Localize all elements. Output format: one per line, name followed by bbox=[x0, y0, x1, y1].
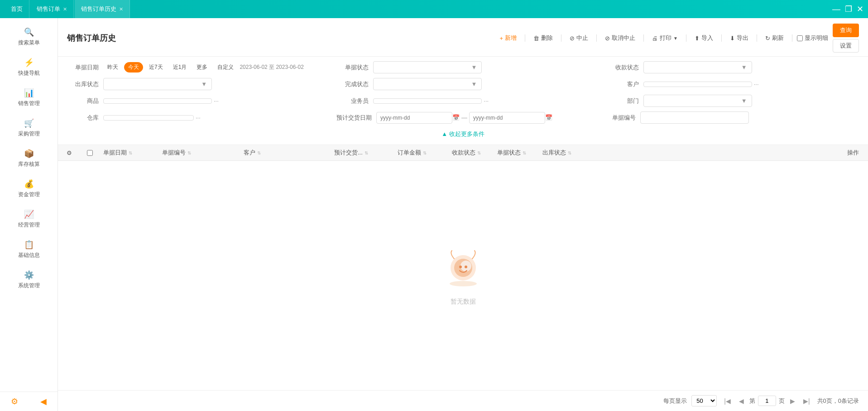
out-status-select[interactable]: ▼ bbox=[103, 78, 212, 90]
product-ellipsis-icon[interactable]: ··· bbox=[212, 97, 221, 104]
select-all-checkbox[interactable] bbox=[87, 150, 93, 156]
th-receipt-status[interactable]: 收款状态 ⇅ bbox=[447, 149, 493, 157]
tab-home[interactable]: 首页 bbox=[5, 0, 29, 18]
prev-page-button[interactable]: ◀ bbox=[736, 396, 747, 406]
filter-date-group: 单据日期 昨天 今天 近7天 近1月 更多 自定义 2023-06-02 至 2… bbox=[67, 62, 319, 73]
salesperson-ellipsis-icon[interactable]: ··· bbox=[482, 97, 490, 104]
per-page-select[interactable]: 50 100 200 bbox=[691, 395, 717, 406]
close-window-icon[interactable]: ✕ bbox=[857, 4, 863, 14]
th-out-status[interactable]: 出库状态 ⇅ bbox=[538, 149, 592, 157]
sidebar-item-purchase-mgmt[interactable]: 🛒 采购管理 bbox=[0, 114, 58, 142]
th-amount-sort-icon[interactable]: ⇅ bbox=[423, 150, 427, 155]
date-chip-7days[interactable]: 近7天 bbox=[145, 62, 167, 73]
date-range-text: 2023-06-02 至 2023-06-02 bbox=[240, 63, 303, 71]
sidebar-settings-icon[interactable]: ⚙ bbox=[11, 396, 18, 406]
warehouse-ellipsis-icon[interactable]: ··· bbox=[194, 114, 202, 121]
sidebar-item-basic-info[interactable]: 📋 基础信息 bbox=[0, 235, 58, 264]
collapse-bar[interactable]: ▲ 收起更多条件 bbox=[67, 128, 859, 140]
th-receipt-sort-icon[interactable]: ⇅ bbox=[477, 150, 481, 155]
cancel-stop-button[interactable]: ⊘ 取消中止 bbox=[601, 32, 639, 44]
stop-button[interactable]: ⊘ 中止 bbox=[566, 32, 592, 44]
warehouse-label: 仓库 bbox=[67, 114, 103, 122]
delivery-date-to-input[interactable] bbox=[469, 112, 545, 124]
divider4 bbox=[643, 34, 644, 42]
sidebar-item-biz-mgmt[interactable]: 📈 经营管理 bbox=[0, 205, 58, 233]
th-date-sort-icon[interactable]: ⇅ bbox=[129, 150, 132, 155]
page-number-input[interactable]: 1 bbox=[758, 396, 776, 406]
delivery-date-from-calendar-icon[interactable]: 📅 bbox=[452, 114, 460, 121]
tab-sales-order[interactable]: 销售订单 ✕ bbox=[30, 0, 74, 18]
page-suffix: 页 bbox=[779, 397, 785, 405]
receipt-status-select[interactable]: ▼ bbox=[643, 61, 752, 73]
th-checkbox[interactable] bbox=[81, 150, 99, 156]
delete-button[interactable]: 🗑 删除 bbox=[530, 32, 556, 44]
tab-sales-order-history-close[interactable]: ✕ bbox=[119, 6, 123, 12]
th-customer-sort-icon[interactable]: ⇅ bbox=[257, 150, 261, 155]
th-customer[interactable]: 客户 ⇅ bbox=[239, 149, 330, 157]
date-chip-custom[interactable]: 自定义 bbox=[213, 62, 238, 73]
sidebar-item-quick-nav-label: 快捷导航 bbox=[18, 69, 40, 77]
tab-sales-order-close[interactable]: ✕ bbox=[63, 6, 67, 12]
warehouse-input[interactable] bbox=[103, 115, 194, 121]
sidebar-item-sales-mgmt[interactable]: 📊 销售管理 bbox=[0, 83, 58, 112]
th-settings[interactable]: ⚙ bbox=[58, 150, 81, 156]
th-delivery[interactable]: 预计交货... ⇅ bbox=[330, 149, 393, 157]
th-order-status-sort-icon[interactable]: ⇅ bbox=[523, 150, 526, 155]
th-ordernum-sort-icon[interactable]: ⇅ bbox=[187, 150, 191, 155]
product-input[interactable] bbox=[103, 98, 212, 104]
display-detail-checkbox[interactable] bbox=[797, 35, 803, 41]
delivery-date-from-input[interactable] bbox=[376, 112, 452, 124]
total-info: 共0页，0条记录 bbox=[817, 397, 859, 405]
sidebar-item-quick-nav[interactable]: ⚡ 快捷导航 bbox=[0, 53, 58, 82]
sidebar-item-sys-mgmt[interactable]: ⚙️ 系统管理 bbox=[0, 266, 58, 294]
restore-icon[interactable]: ❐ bbox=[845, 4, 852, 14]
order-status-select[interactable]: ▼ bbox=[373, 61, 482, 73]
delivery-date-to-calendar-icon[interactable]: 📅 bbox=[545, 114, 552, 121]
sidebar-item-search-menu[interactable]: 🔍 搜索菜单 bbox=[0, 23, 58, 51]
page-label: 第 bbox=[749, 397, 755, 405]
th-amount-label: 订单金额 bbox=[398, 149, 421, 157]
sidebar: 🔍 搜索菜单 ⚡ 快捷导航 📊 销售管理 🛒 采购管理 📦 库存核算 💰 资金管… bbox=[0, 18, 58, 411]
th-ordernum[interactable]: 单据编号 ⇅ bbox=[158, 149, 239, 157]
salesperson-input[interactable] bbox=[373, 98, 482, 104]
print-button[interactable]: 🖨 打印 ▼ bbox=[648, 32, 681, 44]
th-out-status-sort-icon[interactable]: ⇅ bbox=[568, 150, 571, 155]
date-chip-yesterday[interactable]: 昨天 bbox=[103, 62, 122, 73]
last-page-button[interactable]: ▶| bbox=[801, 396, 813, 406]
basic-info-icon: 📋 bbox=[24, 240, 34, 250]
th-delivery-sort-icon[interactable]: ⇅ bbox=[364, 150, 368, 155]
sidebar-item-inventory-check[interactable]: 📦 库存核算 bbox=[0, 144, 58, 173]
th-amount[interactable]: 订单金额 ⇅ bbox=[393, 149, 447, 157]
order-num-label: 单据编号 bbox=[604, 114, 640, 122]
order-num-input[interactable] bbox=[640, 111, 749, 124]
sidebar-item-fund-mgmt[interactable]: 💰 资金管理 bbox=[0, 174, 58, 203]
date-chip-today[interactable]: 今天 bbox=[124, 62, 143, 73]
refresh-button[interactable]: ↻ 刷新 bbox=[762, 32, 787, 44]
th-action-label: 操作 bbox=[847, 149, 859, 157]
import-button[interactable]: ⬆ 导入 bbox=[691, 32, 717, 44]
new-button[interactable]: + 新增 bbox=[496, 32, 521, 44]
date-chip-1month[interactable]: 近1月 bbox=[169, 62, 191, 73]
settings-button[interactable]: 设置 bbox=[833, 39, 859, 53]
order-status-label: 单据状态 bbox=[337, 63, 373, 72]
next-page-button[interactable]: ▶ bbox=[787, 396, 798, 406]
date-chip-more[interactable]: 更多 bbox=[192, 62, 211, 73]
filter-order-num-group: 单据编号 bbox=[586, 111, 859, 124]
cancel-stop-label: 取消中止 bbox=[612, 34, 635, 42]
dept-select[interactable]: ▼ bbox=[643, 95, 752, 107]
first-page-button[interactable]: |◀ bbox=[721, 396, 734, 406]
query-button[interactable]: 查询 bbox=[833, 24, 859, 37]
settings-gear-icon[interactable]: ⚙ bbox=[67, 150, 72, 156]
minimize-icon[interactable]: — bbox=[832, 5, 840, 14]
th-order-status[interactable]: 单据状态 ⇅ bbox=[493, 149, 538, 157]
sidebar-item-sales-mgmt-label: 销售管理 bbox=[18, 100, 40, 107]
export-button[interactable]: ⬇ 导出 bbox=[726, 32, 752, 44]
customer-ellipsis-icon[interactable]: ··· bbox=[752, 81, 761, 87]
complete-status-select[interactable]: ▼ bbox=[373, 78, 482, 90]
tab-sales-order-history[interactable]: 销售订单历史 ✕ bbox=[75, 0, 130, 18]
complete-status-label: 完成状态 bbox=[337, 80, 373, 88]
th-date[interactable]: 单据日期 ⇅ bbox=[99, 149, 158, 157]
customer-input[interactable] bbox=[643, 82, 752, 87]
sidebar-collapse-icon[interactable]: ◀ bbox=[40, 396, 47, 406]
display-detail-checkbox-label[interactable]: 显示明细 bbox=[797, 34, 828, 42]
